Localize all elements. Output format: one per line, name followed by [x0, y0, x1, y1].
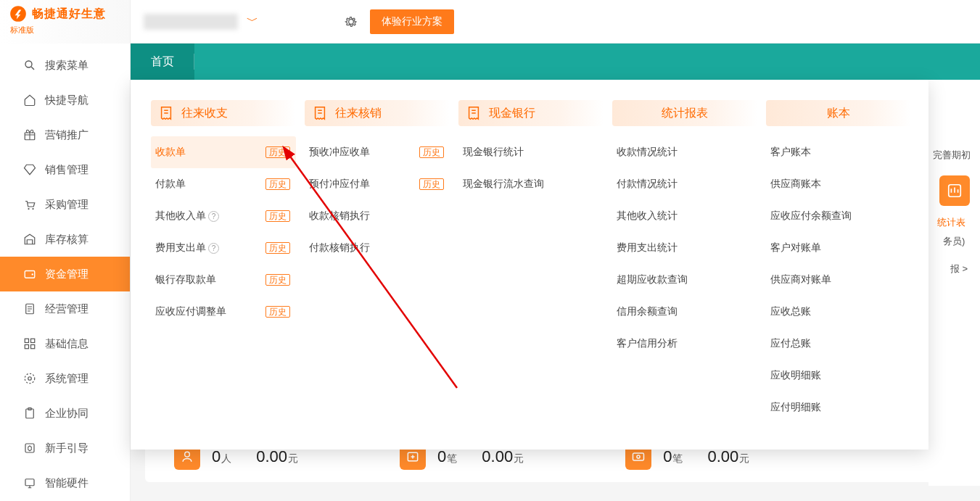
mega-item[interactable]: 现金银行流水查询	[458, 168, 604, 200]
cart-icon	[23, 198, 36, 211]
mega-item[interactable]: 客户信用分析	[612, 328, 757, 360]
svg-rect-11	[31, 345, 35, 349]
card-amount: 0.00	[256, 447, 287, 465]
history-tag[interactable]: 历史	[419, 146, 444, 158]
nav-label: 销售管理	[45, 163, 88, 177]
mega-column-title: 现金银行	[489, 106, 535, 121]
nav-label: 采购管理	[45, 198, 88, 212]
nav-item-gear2[interactable]: 系统管理	[0, 361, 130, 396]
nav-label: 企业协同	[45, 407, 88, 421]
help-badge-icon: ?	[208, 243, 219, 254]
mega-item[interactable]: 客户对账单	[766, 232, 911, 264]
brand-edition: 标准版	[10, 25, 121, 36]
tab-home[interactable]: 首页	[131, 44, 194, 80]
mega-item[interactable]: 应收应付调整单历史	[151, 296, 296, 328]
newbie-icon	[23, 442, 36, 455]
mega-item[interactable]: 其他收入统计	[612, 200, 757, 232]
nav-item-newbie[interactable]: 新手引导	[0, 431, 130, 465]
nav-item-clipboard[interactable]: 企业协同	[0, 396, 130, 431]
svg-point-12	[25, 373, 35, 384]
card-count: 0	[212, 447, 221, 465]
mega-item[interactable]: 应收应付余额查询	[766, 200, 911, 232]
wallet-icon	[23, 268, 36, 281]
mega-item[interactable]: 现金银行统计	[458, 136, 604, 168]
mega-column-2: 现金银行现金银行统计现金银行流水查询	[458, 100, 612, 429]
brand-name: 畅捷通好生意	[32, 7, 106, 22]
edge-stats-line1[interactable]: 统计表	[928, 213, 980, 232]
nav-item-home[interactable]: 快捷导航	[0, 83, 130, 117]
org-selector[interactable]: ﹀	[144, 14, 332, 30]
history-tag[interactable]: 历史	[265, 242, 290, 254]
gear-icon[interactable]	[344, 15, 358, 29]
mega-item[interactable]: 供应商对账单	[766, 264, 911, 296]
mega-item[interactable]: 付款单历史	[151, 168, 296, 200]
edge-bulletin[interactable]: 报 >	[928, 251, 980, 278]
card-amount: 0.00	[482, 447, 513, 465]
home-icon	[23, 94, 36, 107]
mega-item[interactable]: 客户账本	[766, 136, 911, 168]
mega-item[interactable]: 付款情况统计	[612, 168, 757, 200]
mega-column-0: 往来收支收款单历史付款单历史其他收入单?历史费用支出单?历史银行存取款单历史应收…	[151, 100, 305, 429]
mega-item[interactable]: 应收明细账	[766, 360, 911, 392]
mega-item[interactable]: 信用余额查询	[612, 296, 757, 328]
history-tag[interactable]: 历史	[419, 178, 444, 190]
stats-icon-button[interactable]	[939, 175, 970, 206]
mega-item[interactable]: 费用支出单?历史	[151, 232, 296, 264]
brand: 畅捷通好生意 标准版	[0, 0, 130, 44]
svg-point-13	[28, 377, 32, 381]
receipt-icon	[158, 105, 174, 121]
receipt-icon	[312, 105, 328, 121]
mega-item-label: 其他收入单?	[155, 210, 219, 223]
nav-item-cart[interactable]: 采购管理	[0, 187, 130, 222]
nav-item-grid[interactable]: 基础信息	[0, 326, 130, 361]
hardware-icon	[23, 476, 36, 489]
mega-item[interactable]: 供应商账本	[766, 168, 911, 200]
mega-item-label: 预收冲应收单	[309, 146, 370, 159]
mega-column-title: 往来收支	[181, 106, 228, 121]
nav-item-search[interactable]: 搜索菜单	[0, 48, 130, 83]
nav-item-gift[interactable]: 营销推广	[0, 117, 130, 152]
mega-item[interactable]: 费用支出统计	[612, 232, 757, 264]
mega-item-label: 银行存取款单	[155, 273, 216, 286]
warehouse-icon	[23, 233, 36, 246]
history-tag[interactable]: 历史	[265, 306, 290, 318]
nav-item-warehouse[interactable]: 库存核算	[0, 222, 130, 257]
nav-item-hardware[interactable]: 智能硬件	[0, 465, 130, 500]
mega-item[interactable]: 付款核销执行	[305, 232, 450, 264]
mega-item[interactable]: 预付冲应付单历史	[305, 168, 450, 200]
nav-item-diamond[interactable]: 销售管理	[0, 152, 130, 187]
nav-item-doc[interactable]: 经营管理	[0, 291, 130, 326]
mega-item-label: 供应商账本	[770, 178, 821, 191]
industry-plan-button[interactable]: 体验行业方案	[370, 9, 454, 34]
mega-item[interactable]: 超期应收款查询	[612, 264, 757, 296]
mega-item[interactable]: 应付总账	[766, 328, 911, 360]
mega-item[interactable]: 应收总账	[766, 296, 911, 328]
edge-stats-line2[interactable]: 务员)	[928, 232, 980, 251]
nav-label: 智能硬件	[45, 476, 88, 490]
mega-column-header: 往来收支	[151, 100, 296, 126]
history-tag[interactable]: 历史	[265, 146, 290, 158]
mega-item[interactable]: 预收冲应收单历史	[305, 136, 450, 168]
mega-column-1: 往来核销预收冲应收单历史预付冲应付单历史收款核销执行付款核销执行	[305, 100, 458, 429]
history-tag[interactable]: 历史	[265, 274, 290, 286]
mega-column-title: 统计报表	[662, 106, 708, 121]
svg-point-3	[28, 208, 29, 210]
topbar: ﹀ 体验行业方案	[131, 0, 980, 44]
mega-column-header: 现金银行	[458, 100, 604, 126]
mega-item[interactable]: 收款情况统计	[612, 136, 757, 168]
nav-item-wallet[interactable]: 资金管理	[0, 257, 130, 291]
help-badge-icon: ?	[208, 211, 219, 222]
card-amount: 0.00	[707, 447, 738, 465]
mega-item[interactable]: 其他收入单?历史	[151, 200, 296, 232]
mega-item-label: 费用支出统计	[617, 241, 678, 254]
mega-item[interactable]: 银行存取款单历史	[151, 264, 296, 296]
svg-rect-10	[25, 345, 28, 349]
mega-item[interactable]: 收款单历史	[151, 136, 296, 168]
stats-icon	[947, 183, 963, 199]
mega-item[interactable]: 收款核销执行	[305, 200, 450, 232]
history-tag[interactable]: 历史	[265, 210, 290, 222]
history-tag[interactable]: 历史	[265, 178, 290, 190]
mega-item-label: 现金银行流水查询	[463, 178, 544, 191]
gear2-icon	[23, 372, 36, 385]
mega-item[interactable]: 应付明细账	[766, 392, 911, 423]
